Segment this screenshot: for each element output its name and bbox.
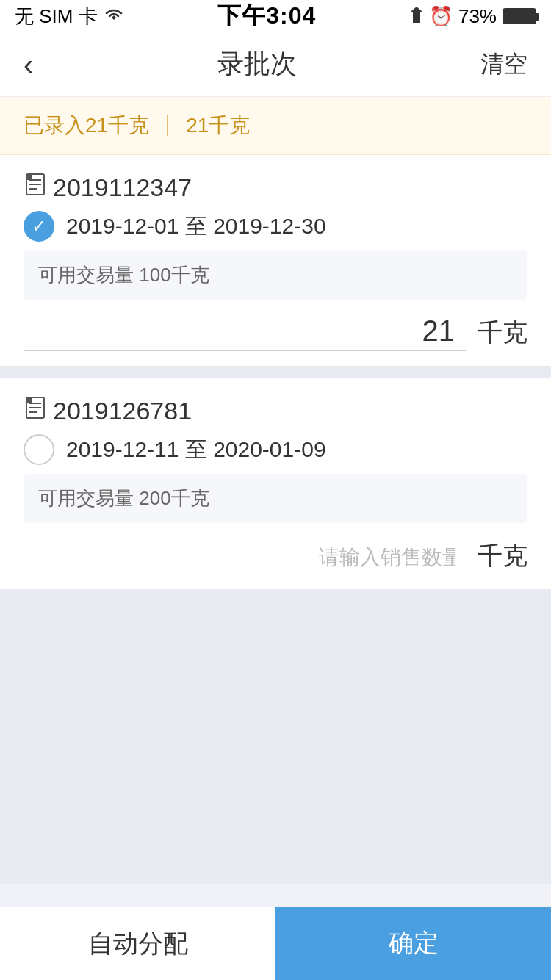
batch-avail-1: 可用交易量 100千克 (24, 251, 527, 300)
status-bar: 无 SIM 卡 下午3:04 ⏰ 73% (0, 0, 551, 32)
card-divider (0, 367, 551, 378)
svg-rect-5 (26, 174, 32, 180)
input-container-2 (24, 538, 466, 574)
input-row-1: 千克 (0, 300, 551, 367)
no-sim-text: 无 SIM 卡 (15, 4, 98, 29)
batch-doc-icon-1 (24, 173, 47, 202)
batch-date-row-1[interactable]: ✓ 2019-12-01 至 2019-12-30 (0, 208, 551, 251)
summary-divider (167, 115, 168, 136)
batch-header-2: 2019126781 (0, 378, 551, 431)
batch-date-row-2[interactable]: 2019-12-11 至 2020-01-09 (0, 431, 551, 474)
auto-distribute-button[interactable]: 自动分配 (0, 907, 276, 980)
wifi-icon (104, 5, 124, 28)
bottom-area (0, 590, 551, 884)
confirm-button[interactable]: 确定 (276, 907, 551, 980)
batch-date-1: 2019-12-01 至 2019-12-30 (66, 212, 326, 242)
batch-radio-2[interactable] (24, 434, 54, 465)
location-icon (410, 5, 423, 28)
batch-number-2: 2019126781 (53, 397, 192, 425)
svg-marker-0 (410, 7, 423, 23)
batch-header-1: 2019112347 (0, 155, 551, 208)
status-left: 无 SIM 卡 (15, 4, 124, 29)
clear-button[interactable]: 清空 (480, 48, 527, 81)
back-button[interactable]: ‹ (24, 50, 33, 79)
status-time: 下午3:04 (217, 0, 316, 32)
nav-bar: ‹ 录批次 清空 (0, 32, 551, 97)
summary-value: 21千克 (186, 112, 250, 140)
batch-number-1: 2019112347 (53, 173, 192, 202)
quantity-input-1[interactable] (319, 314, 466, 347)
batch-card-1: 2019112347 ✓ 2019-12-01 至 2019-12-30 可用交… (0, 155, 551, 367)
battery-icon (503, 8, 536, 24)
page-title: 录批次 (217, 46, 297, 82)
summary-recorded-label: 已录入21千克 (24, 112, 149, 140)
input-container-1 (24, 314, 466, 351)
batch-date-2: 2019-12-11 至 2020-01-09 (66, 435, 326, 465)
status-right: ⏰ 73% (410, 5, 536, 28)
quantity-input-2[interactable] (319, 538, 466, 571)
bottom-buttons: 自动分配 确定 (0, 907, 551, 980)
summary-bar: 已录入21千克 21千克 (0, 97, 551, 155)
svg-rect-10 (26, 397, 32, 403)
check-icon-1: ✓ (32, 216, 46, 237)
batch-doc-icon-2 (24, 396, 47, 425)
batch-card-2: 2019126781 2019-12-11 至 2020-01-09 可用交易量… (0, 378, 551, 590)
battery-percent: 73% (458, 5, 497, 28)
unit-label-2: 千克 (478, 539, 527, 573)
batch-avail-2: 可用交易量 200千克 (24, 474, 527, 523)
unit-label-1: 千克 (478, 316, 527, 350)
input-row-2: 千克 (0, 523, 551, 590)
batch-radio-1[interactable]: ✓ (24, 211, 54, 242)
alarm-icon: ⏰ (429, 5, 453, 28)
